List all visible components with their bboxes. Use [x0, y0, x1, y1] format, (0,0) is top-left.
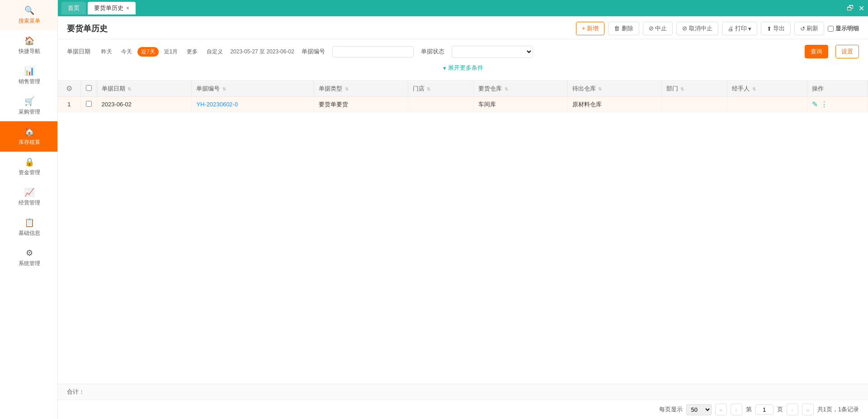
finance-icon: 🔒: [24, 157, 34, 167]
sort-reqwh-icon[interactable]: ⇅: [505, 86, 508, 91]
sort-handler-icon[interactable]: ⇅: [752, 86, 756, 91]
sidebar-item-finance[interactable]: 🔒 资金管理: [0, 152, 57, 182]
new-button[interactable]: + 新增: [576, 22, 604, 35]
th-settings: ⚙: [58, 81, 80, 97]
date-btn-last1month[interactable]: 近1月: [160, 47, 182, 57]
sidebar-item-inventory[interactable]: 🏠 库存核算: [0, 121, 57, 152]
doc-no-link[interactable]: YH-20230602-0: [196, 101, 238, 108]
prev-page-button[interactable]: ‹: [731, 404, 742, 415]
page-label-suffix: 页: [777, 405, 783, 414]
filter-row-expand: ▾ 展开更多条件: [67, 62, 859, 76]
sidebar-item-operation[interactable]: 📈 经营管理: [0, 182, 57, 212]
stop-button[interactable]: ⊘ 中止: [643, 22, 673, 35]
filter-area: 单据日期 昨天 今天 近7天 近1月 更多 自定义 2023-05-27 至 2…: [58, 39, 868, 81]
tab-close-icon[interactable]: ×: [126, 5, 129, 11]
export-button[interactable]: ⬆ 导出: [761, 22, 791, 35]
system-icon: ⚙: [26, 248, 33, 258]
sum-label: 合计：: [67, 388, 85, 396]
per-page-select[interactable]: 50 10 20 100: [686, 404, 712, 415]
sidebar-item-system[interactable]: ⚙ 系统管理: [0, 243, 57, 273]
delete-button[interactable]: 🗑 删除: [608, 22, 639, 35]
sidebar: 🔍 搜索菜单 🏠 快捷导航 📊 销售管理 🛒 采购管理 🏠 库存核算 🔒 资金管…: [0, 0, 58, 419]
operation-icon: 📈: [24, 187, 34, 197]
sidebar-item-label: 库存核算: [19, 138, 40, 146]
refresh-icon: ↺: [800, 25, 805, 32]
last-page-button[interactable]: »: [802, 404, 814, 415]
sort-doctype-icon[interactable]: ⇅: [345, 86, 349, 91]
sidebar-item-label: 快捷导航: [19, 48, 40, 55]
row-checkbox[interactable]: [86, 101, 92, 107]
table-header-row: ⚙ 单据日期 ⇅ 单据编号 ⇅: [58, 81, 868, 97]
data-table: ⚙ 单据日期 ⇅ 单据编号 ⇅: [58, 81, 868, 112]
th-date: 单据日期 ⇅: [97, 81, 192, 97]
sidebar-item-label: 基础信息: [19, 229, 40, 237]
first-page-button[interactable]: «: [715, 404, 727, 415]
cell-store: [408, 97, 473, 112]
per-page-label: 每页显示: [659, 405, 683, 414]
table-row: 1 2023-06-02 YH-20230602-0 要货单要货 车间库 原材料…: [58, 97, 868, 112]
current-page-input[interactable]: [755, 405, 774, 415]
table-area: ⚙ 单据日期 ⇅ 单据编号 ⇅: [58, 81, 868, 384]
window-close-icon[interactable]: ✕: [859, 4, 864, 13]
sidebar-item-basic-info[interactable]: 📋 基础信息: [0, 212, 57, 243]
window-restore-icon[interactable]: 🗗: [847, 4, 854, 12]
export-icon: ⬆: [767, 25, 772, 32]
main-area: 首页 要货单历史 × 🗗 ✕ 要货单历史 + 新增 🗑 删除 ⊘ 中止 ⊘ 取消…: [58, 0, 868, 419]
doc-number-input[interactable]: [332, 46, 414, 57]
more-action-icon[interactable]: ⋮: [821, 100, 828, 109]
th-actions: 操作: [807, 81, 868, 97]
inventory-icon: 🏠: [24, 127, 34, 137]
export-label: 导出: [773, 24, 785, 33]
sidebar-item-label: 系统管理: [19, 260, 40, 267]
sidebar-item-quick-nav[interactable]: 🏠 快捷导航: [0, 30, 57, 61]
query-button[interactable]: 查询: [805, 45, 828, 58]
cell-doc-type: 要货单要货: [314, 97, 408, 112]
date-filter-buttons: 昨天 今天 近7天 近1月 更多 自定义 2023-05-27 至 2023-0…: [98, 47, 294, 57]
page-label-prefix: 第: [746, 405, 752, 414]
tab-home[interactable]: 首页: [61, 2, 86, 14]
sort-docno-icon[interactable]: ⇅: [222, 86, 226, 91]
doc-status-select[interactable]: [452, 46, 533, 58]
expand-filter-button[interactable]: ▾ 展开更多条件: [443, 62, 483, 74]
page-title: 要货单历史: [67, 23, 571, 34]
sidebar-item-purchase[interactable]: 🛒 采购管理: [0, 91, 57, 121]
sort-store-icon[interactable]: ⇅: [427, 86, 430, 91]
cell-actions: ✎ ⋮: [807, 97, 868, 112]
date-btn-custom[interactable]: 自定义: [203, 47, 226, 57]
column-settings-icon[interactable]: ⚙: [66, 85, 72, 92]
tab-home-label: 首页: [68, 4, 80, 12]
th-req-warehouse: 要货仓库 ⇅: [474, 81, 568, 97]
header-actions: + 新增 🗑 删除 ⊘ 中止 ⊘ 取消中止 🖨 打印 ▾ ⬆ 导出 ↺ 刷新: [576, 22, 859, 35]
refresh-button[interactable]: ↺ 刷新: [794, 22, 824, 35]
th-doc-no: 单据编号 ⇅: [192, 81, 314, 97]
edit-action-icon[interactable]: ✎: [812, 100, 818, 109]
cell-index: 1: [58, 97, 80, 112]
display-detail-toggle[interactable]: 显示明细: [828, 24, 859, 33]
sort-dept-icon[interactable]: ⇅: [680, 86, 684, 91]
filter-row-1: 单据日期 昨天 今天 近7天 近1月 更多 自定义 2023-05-27 至 2…: [67, 45, 859, 58]
sidebar-item-search-menu[interactable]: 🔍 搜索菜单: [0, 0, 57, 30]
date-btn-more[interactable]: 更多: [183, 47, 201, 57]
settings-button[interactable]: 设置: [835, 45, 859, 58]
sort-pendwh-icon[interactable]: ⇅: [598, 86, 602, 91]
select-all-checkbox[interactable]: [86, 85, 92, 91]
date-btn-last7days[interactable]: 近7天: [137, 47, 159, 57]
print-button[interactable]: 🖨 打印 ▾: [722, 22, 757, 35]
pagination: 每页显示 50 10 20 100 « ‹ 第 页 › » 共1页，1条记录: [58, 400, 868, 419]
sidebar-item-label: 经营管理: [19, 199, 40, 207]
date-btn-yesterday[interactable]: 昨天: [98, 47, 116, 57]
refresh-label: 刷新: [807, 24, 818, 33]
display-detail-checkbox[interactable]: [828, 26, 834, 32]
cancel-stop-button[interactable]: ⊘ 取消中止: [676, 22, 718, 35]
sort-date-icon[interactable]: ⇅: [127, 86, 131, 91]
cell-doc-no: YH-20230602-0: [192, 97, 314, 112]
cell-req-warehouse: 车间库: [474, 97, 568, 112]
quick-nav-icon: 🏠: [24, 36, 34, 46]
tab-requisition-history[interactable]: 要货单历史 ×: [88, 2, 136, 14]
total-records: 共1页，1条记录: [817, 405, 859, 414]
doc-status-label: 单据状态: [421, 48, 444, 56]
next-page-button[interactable]: ›: [787, 404, 798, 415]
date-btn-today[interactable]: 今天: [118, 47, 136, 57]
sidebar-item-sales[interactable]: 📊 销售管理: [0, 61, 57, 91]
expand-filter-label: 展开更多条件: [448, 64, 483, 72]
